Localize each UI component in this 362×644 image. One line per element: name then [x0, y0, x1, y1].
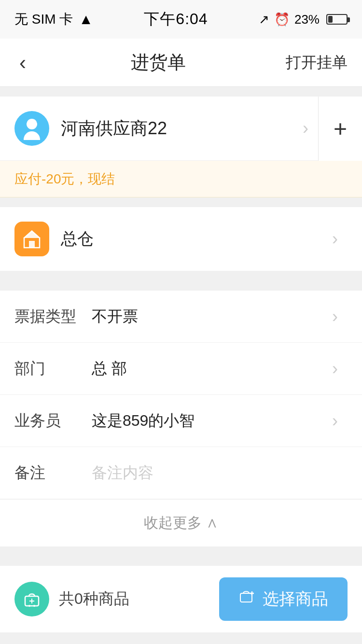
warehouse-icon — [14, 222, 49, 256]
warehouse-chevron-icon: › — [322, 229, 348, 249]
gap-3 — [0, 546, 362, 556]
form-section: 票据类型 不开票 › 部门 总 部 › 业务员 这是859的小智 › 备注 备注… — [0, 291, 362, 546]
warehouse-row[interactable]: 总仓 › — [0, 207, 362, 271]
status-bar: 无 SIM 卡 ▲ 下午6:04 ↗ ⏰ 23% — [0, 0, 362, 39]
main-content: 河南供应商22 › + 应付-20元，现结 总仓 › 票据类型 — [0, 87, 362, 644]
select-product-label: 选择商品 — [263, 588, 328, 610]
status-carrier: 无 SIM 卡 ▲ — [14, 10, 93, 28]
collapse-label: 收起更多 ∧ — [144, 513, 218, 533]
open-pending-button[interactable]: 打开挂单 — [286, 52, 348, 73]
invoice-type-label: 票据类型 — [14, 306, 92, 327]
status-time: 下午6:04 — [144, 9, 208, 30]
page-title: 进货单 — [131, 50, 186, 75]
gap-2 — [0, 271, 362, 281]
svg-point-5 — [33, 605, 35, 607]
gap-1 — [0, 87, 362, 97]
invoice-type-chevron-icon: › — [322, 307, 348, 327]
invoice-type-value: 不开票 — [92, 306, 322, 327]
supplier-avatar — [14, 111, 49, 146]
invoice-type-row[interactable]: 票据类型 不开票 › — [0, 291, 362, 343]
nav-bar: ‹ 进货单 打开挂单 — [0, 39, 362, 87]
house-svg-icon — [22, 229, 42, 249]
supplier-section: 河南供应商22 › + — [0, 97, 362, 161]
page-rest — [0, 632, 362, 644]
salesperson-chevron-icon: › — [322, 411, 348, 431]
svg-rect-8 — [240, 593, 252, 602]
battery-icon — [326, 14, 348, 25]
add-supplier-button[interactable]: + — [319, 97, 362, 161]
remark-row[interactable]: 备注 备注内容 — [0, 447, 362, 499]
product-count: 共0种商品 — [59, 588, 219, 610]
svg-point-4 — [28, 605, 30, 607]
warehouse-label: 总仓 — [61, 228, 322, 250]
supplier-row[interactable]: 河南供应商22 › — [0, 97, 318, 161]
bottom-bar: 共0种商品 选择商品 — [0, 566, 362, 632]
remark-label: 备注 — [14, 462, 92, 484]
location-icon: ↗ — [259, 12, 269, 27]
salesperson-value: 这是859的小智 — [92, 410, 322, 432]
supplier-name: 河南供应商22 — [61, 117, 293, 140]
back-button[interactable]: ‹ — [14, 46, 31, 79]
salesperson-row[interactable]: 业务员 这是859的小智 › — [0, 395, 362, 447]
battery-percentage: 23% — [294, 12, 320, 27]
department-row[interactable]: 部门 总 部 › — [0, 343, 362, 395]
cart-add-icon — [238, 588, 256, 610]
department-value: 总 部 — [92, 358, 322, 379]
notice-row: 应付-20元，现结 — [0, 161, 362, 197]
warehouse-section: 总仓 › — [0, 207, 362, 271]
department-chevron-icon: › — [322, 359, 348, 379]
plus-icon: + — [334, 115, 347, 142]
salesperson-label: 业务员 — [14, 410, 92, 432]
wifi-icon: ▲ — [79, 11, 93, 28]
product-icon-wrap — [14, 582, 49, 616]
chevron-right-icon: › — [293, 118, 318, 139]
svg-rect-1 — [29, 241, 35, 248]
cart-icon — [22, 589, 42, 609]
person-icon — [22, 119, 42, 138]
svg-marker-2 — [23, 230, 41, 238]
notice-text: 应付-20元，现结 — [14, 171, 115, 186]
status-right: ↗ ⏰ 23% — [259, 12, 348, 27]
alarm-icon: ⏰ — [274, 12, 290, 27]
department-label: 部门 — [14, 358, 92, 379]
select-cart-svg — [238, 588, 256, 606]
remark-input[interactable]: 备注内容 — [92, 462, 348, 484]
select-product-button[interactable]: 选择商品 — [219, 577, 348, 621]
collapse-row[interactable]: 收起更多 ∧ — [0, 499, 362, 546]
